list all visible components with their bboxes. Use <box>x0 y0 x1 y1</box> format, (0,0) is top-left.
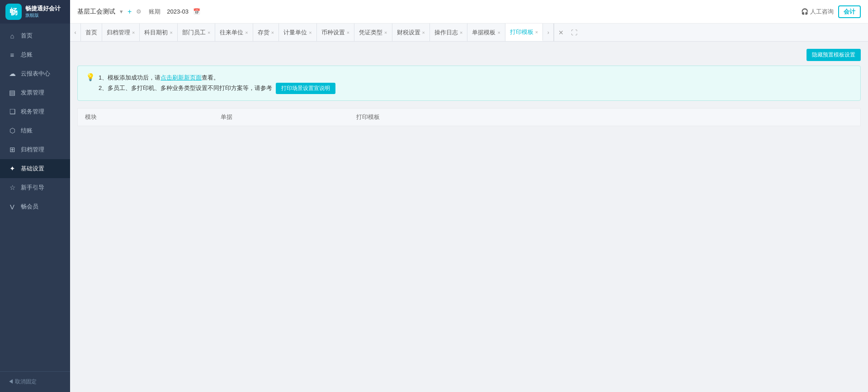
close-icon: ⬡ <box>8 127 16 135</box>
service-button[interactable]: 🎧 人工咨询 <box>801 8 834 16</box>
sidebar-label-ledger: 总账 <box>21 51 33 59</box>
tab-label-single-template: 单据模板 <box>472 28 495 37</box>
tab-op-log[interactable]: 操作日志× <box>430 24 467 41</box>
tab-close-print-template[interactable]: × <box>535 29 538 35</box>
notice-line1: 1、模板添加成功后，请点击刷新新页面查看。 <box>99 72 335 83</box>
tab-label-tax-settings: 财税设置 <box>397 28 420 37</box>
cloud-report-icon: ☁ <box>8 70 16 78</box>
tab-close-tax-settings[interactable]: × <box>422 30 425 35</box>
table-header: 模块 单据 打印模板 <box>77 108 861 126</box>
tab-close-subject-init[interactable]: × <box>170 30 172 35</box>
tab-inventory[interactable]: 存货× <box>253 24 279 41</box>
tab-archive-mgr[interactable]: 归档管理× <box>102 24 140 41</box>
tab-nav-right[interactable]: › <box>543 24 554 41</box>
logo-text: 畅捷通好会计 旗舰版 <box>25 5 61 19</box>
tab-home[interactable]: 首页 <box>81 24 102 41</box>
notice-row: 💡 1、模板添加成功后，请点击刷新新页面查看。 2、多员工、多打印机、多种业务类… <box>86 72 852 94</box>
sidebar-label-home: 首页 <box>21 32 33 40</box>
tab-counterpart[interactable]: 往来单位× <box>215 24 253 41</box>
hide-preview-area: 隐藏预置模板设置 <box>77 49 861 61</box>
ledger-icon: ≡ <box>8 51 16 59</box>
content-area: 隐藏预置模板设置 💡 1、模板添加成功后，请点击刷新新页面查看。 2、多员工、多… <box>70 42 868 392</box>
notice-text: 1、模板添加成功后，请点击刷新新页面查看。 2、多员工、多打印机、多种业务类型设… <box>99 72 335 94</box>
sidebar-label-invoice: 发票管理 <box>21 89 44 97</box>
settings-icon[interactable]: ⚙ <box>136 8 142 15</box>
sidebar-item-archive[interactable]: ⊞归档管理 <box>0 140 70 159</box>
tab-label-archive-mgr: 归档管理 <box>107 28 130 37</box>
tab-label-home: 首页 <box>85 28 97 37</box>
sidebar-item-basic[interactable]: ✦基础设置 <box>0 159 70 178</box>
tab-label-voucher-type: 凭证类型 <box>359 28 382 37</box>
main-area: 基层工会测试 ▾ + ⚙ 账期 2023-03 📅 🎧 人工咨询 会计 ‹首页归… <box>70 0 868 392</box>
sidebar-item-close[interactable]: ⬡结账 <box>0 121 70 140</box>
tab-close-unit[interactable]: × <box>309 30 311 35</box>
sidebar-label-guide: 新手引导 <box>21 184 44 192</box>
tab-print-template[interactable]: 打印模板× <box>505 24 543 41</box>
tab-subject-init[interactable]: 科目期初× <box>140 24 177 41</box>
tab-close-archive-mgr[interactable]: × <box>132 30 135 35</box>
tab-single-template[interactable]: 单据模板× <box>467 24 505 41</box>
lightbulb-icon: 💡 <box>86 73 95 81</box>
basic-icon: ✦ <box>8 165 16 173</box>
tab-label-counterpart: 往来单位 <box>220 28 243 37</box>
tab-label-unit: 计量单位 <box>283 28 307 37</box>
company-name: 基层工会测试 <box>77 8 115 16</box>
notice-box: 💡 1、模板添加成功后，请点击刷新新页面查看。 2、多员工、多打印机、多种业务类… <box>77 66 861 101</box>
sidebar-nav: ⌂首页≡总账☁云报表中心▤发票管理❑税务管理⬡结账⊞归档管理✦基础设置☆新手引导… <box>0 24 70 371</box>
col-header-voucher: 单据 <box>221 113 356 121</box>
logo-icon: 畅 <box>5 4 22 20</box>
sidebar-item-member[interactable]: V畅会员 <box>0 197 70 216</box>
sidebar-item-home[interactable]: ⌂首页 <box>0 26 70 45</box>
sidebar-unpin[interactable]: ◀ 取消固定 <box>0 371 70 392</box>
member-icon: V <box>8 203 16 211</box>
sidebar-logo: 畅 畅捷通好会计 旗舰版 <box>0 0 70 24</box>
tab-tax-settings[interactable]: 财税设置× <box>392 24 430 41</box>
tab-close-inventory[interactable]: × <box>271 30 274 35</box>
tab-label-currency: 币种设置 <box>321 28 345 37</box>
sidebar-label-cloud-report: 云报表中心 <box>21 70 50 78</box>
sidebar-item-tax[interactable]: ❑税务管理 <box>0 102 70 121</box>
col-header-template: 打印模板 <box>356 113 853 121</box>
sidebar-label-close: 结账 <box>21 127 33 135</box>
tab-close-op-log[interactable]: × <box>460 30 462 35</box>
col-header-module: 模块 <box>85 113 221 121</box>
logo-title: 畅捷通好会计 <box>25 5 61 13</box>
tab-maximize[interactable]: ⛶ <box>567 24 581 41</box>
company-dropdown-icon[interactable]: ▾ <box>120 8 123 15</box>
sidebar-item-guide[interactable]: ☆新手引导 <box>0 178 70 197</box>
topbar: 基层工会测试 ▾ + ⚙ 账期 2023-03 📅 🎧 人工咨询 会计 <box>70 0 868 24</box>
tab-label-subject-init: 科目期初 <box>144 28 168 37</box>
tab-close-single-template[interactable]: × <box>497 30 500 35</box>
headset-icon: 🎧 <box>801 8 808 15</box>
tab-close-voucher-type[interactable]: × <box>384 30 387 35</box>
notice-line2-prefix: 2、多员工、多打印机、多种业务类型设置不同打印方案等，请参考 <box>99 85 272 91</box>
print-scene-button[interactable]: 打印场景设置宣说明 <box>276 83 335 94</box>
period-label: 账期 <box>149 8 160 16</box>
sidebar-item-invoice[interactable]: ▤发票管理 <box>0 83 70 102</box>
tabbar: ‹首页归档管理×科目期初×部门员工×往来单位×存货×计量单位×币种设置×凭证类型… <box>70 24 868 42</box>
tab-voucher-type[interactable]: 凭证类型× <box>354 24 392 41</box>
home-icon: ⌂ <box>8 32 16 40</box>
sidebar-item-cloud-report[interactable]: ☁云报表中心 <box>0 64 70 83</box>
tab-unit[interactable]: 计量单位× <box>279 24 316 41</box>
notice-line1-prefix: 1、模板添加成功后，请 <box>99 74 160 81</box>
tab-currency[interactable]: 币种设置× <box>317 24 354 41</box>
tab-nav-left[interactable]: ‹ <box>70 24 81 41</box>
invoice-icon: ▤ <box>8 89 16 97</box>
refresh-link[interactable]: 点击刷新新页面 <box>160 74 202 81</box>
tab-label-op-log: 操作日志 <box>434 28 458 37</box>
tab-close-dept-staff[interactable]: × <box>208 30 210 35</box>
sidebar-label-basic: 基础设置 <box>21 165 44 173</box>
sidebar-item-ledger[interactable]: ≡总账 <box>0 45 70 64</box>
tab-close-all[interactable]: ✕ <box>554 24 567 41</box>
hide-preview-button[interactable]: 隐藏预置模板设置 <box>807 49 861 61</box>
archive-icon: ⊞ <box>8 146 16 154</box>
accountant-button[interactable]: 会计 <box>838 5 861 18</box>
tab-dept-staff[interactable]: 部门员工× <box>178 24 215 41</box>
tab-close-counterpart[interactable]: × <box>245 30 248 35</box>
sidebar-label-archive: 归档管理 <box>21 146 44 154</box>
calendar-icon[interactable]: 📅 <box>193 8 200 15</box>
add-company-icon[interactable]: + <box>127 8 132 16</box>
tab-close-currency[interactable]: × <box>347 30 349 35</box>
sidebar: 畅 畅捷通好会计 旗舰版 ⌂首页≡总账☁云报表中心▤发票管理❑税务管理⬡结账⊞归… <box>0 0 70 392</box>
